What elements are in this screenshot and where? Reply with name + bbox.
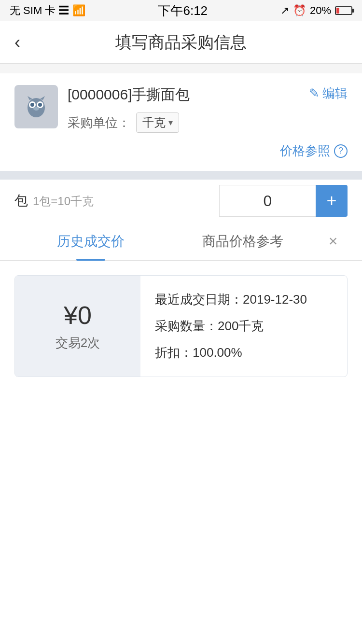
battery-icon xyxy=(335,6,352,15)
date-label: 最近成交日期： xyxy=(155,292,243,307)
product-image xyxy=(14,85,58,128)
gray-divider xyxy=(0,171,362,180)
edit-label: 编辑 xyxy=(322,85,348,102)
svg-point-4 xyxy=(38,103,42,107)
tab-close-button[interactable]: × xyxy=(319,222,348,261)
unit-arrow-icon: ▾ xyxy=(168,117,173,128)
quantity-input-area: + xyxy=(219,185,348,217)
tab-price-ref-label: 商品价格参考 xyxy=(202,232,283,251)
price-card: ¥0 交易2次 最近成交日期：2019-12-30 采购数量：200千克 折扣：… xyxy=(14,275,348,377)
product-header: [0000006]手撕面包 采购单位： 千克 ▾ ✎ 编辑 xyxy=(14,85,348,133)
status-time: 下午6:12 xyxy=(158,2,208,19)
price-times: 交易2次 xyxy=(56,335,100,351)
product-card: [0000006]手撕面包 采购单位： 千克 ▾ ✎ 编辑 价格参照 ? xyxy=(0,73,362,171)
quantity-plus-button[interactable]: + xyxy=(316,185,348,217)
price-ref-help-icon: ? xyxy=(334,144,348,158)
page-title: 填写商品采购信息 xyxy=(115,31,247,54)
svg-marker-8 xyxy=(40,96,45,100)
price-amount: ¥0 xyxy=(64,301,92,330)
svg-marker-7 xyxy=(28,96,32,100)
back-button[interactable]: ‹ xyxy=(14,32,43,53)
price-discount-row: 折扣：100.00% xyxy=(155,343,333,362)
discount-label: 折扣： xyxy=(155,345,193,360)
quantity-unit: 包 xyxy=(14,192,28,210)
product-unit-row: 采购单位： 千克 ▾ xyxy=(68,112,309,133)
gps-icon: ↗ xyxy=(280,4,289,17)
price-ref-button[interactable]: 价格参照 ? xyxy=(280,142,348,159)
nav-bar: ‹ 填写商品采购信息 xyxy=(0,21,362,64)
unit-value: 千克 xyxy=(142,115,166,130)
edit-button[interactable]: ✎ 编辑 xyxy=(309,85,348,102)
unit-select[interactable]: 千克 ▾ xyxy=(136,112,179,133)
status-left: 无 SIM 卡 ☰ 📶 xyxy=(10,3,85,18)
quantity-input[interactable] xyxy=(219,185,316,217)
amount-value: 0 xyxy=(78,301,92,329)
edit-icon: ✎ xyxy=(309,86,320,101)
alarm-icon: ⏰ xyxy=(293,4,306,17)
status-right: ↗ ⏰ 20% xyxy=(280,4,352,17)
quantity-detail-label: 采购数量： xyxy=(155,319,218,333)
tab-price-ref[interactable]: 商品价格参考 xyxy=(167,222,319,261)
currency-symbol: ¥ xyxy=(64,301,78,329)
price-ref-label: 价格参照 xyxy=(280,142,330,159)
product-details: [0000006]手撕面包 采购单位： 千克 ▾ xyxy=(68,85,309,133)
product-bottom-row: 价格参照 ? xyxy=(14,142,348,159)
tab-history-price[interactable]: 历史成交价 xyxy=(14,222,167,261)
tab-history-label: 历史成交价 xyxy=(57,232,125,251)
status-bar: 无 SIM 卡 ☰ 📶 下午6:12 ↗ ⏰ 20% xyxy=(0,0,362,21)
price-date-row: 最近成交日期：2019-12-30 xyxy=(155,290,333,309)
price-card-left: ¥0 交易2次 xyxy=(15,276,140,377)
date-value: 2019-12-30 xyxy=(243,292,307,307)
quantity-equiv: 1包=10千克 xyxy=(33,194,94,209)
price-card-wrapper: ¥0 交易2次 最近成交日期：2019-12-30 采购数量：200千克 折扣：… xyxy=(0,261,362,392)
product-code-name: [0000006]手撕面包 xyxy=(68,85,309,105)
unit-label: 采购单位： xyxy=(68,114,130,131)
svg-point-5 xyxy=(33,107,39,111)
tabs-header: 历史成交价 商品价格参考 × xyxy=(0,222,362,261)
price-quantity-row: 采购数量：200千克 xyxy=(155,317,333,336)
quantity-detail-value: 200千克 xyxy=(218,319,264,333)
tabs-section: 历史成交价 商品价格参考 × ¥0 交易2次 最近成交日期：2019-12-30… xyxy=(0,222,362,392)
quantity-label-area: 包 1包=10千克 xyxy=(14,192,94,210)
svg-point-3 xyxy=(30,103,34,107)
main-content xyxy=(0,392,362,644)
battery-percent: 20% xyxy=(310,4,331,17)
quantity-row: 包 1包=10千克 + xyxy=(0,180,362,222)
discount-value: 100.00% xyxy=(193,345,242,360)
price-card-right: 最近成交日期：2019-12-30 采购数量：200千克 折扣：100.00% xyxy=(140,276,347,377)
product-info: [0000006]手撕面包 采购单位： 千克 ▾ xyxy=(14,85,309,133)
owl-logo xyxy=(22,92,51,121)
